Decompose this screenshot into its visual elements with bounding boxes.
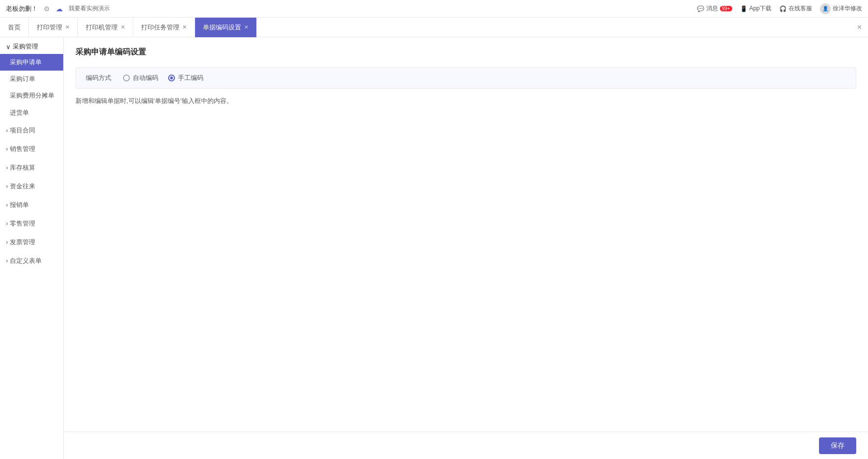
app-download-label: App下载 [749,4,771,13]
sidebar-group-inventory-label: 库存核算 [10,163,35,172]
cloud-icon: ☁ [56,5,63,13]
tab-bar: 首页 打印管理 ✕ 打印机管理 ✕ 打印任务管理 ✕ 单据编码设置 ✕ ✕ [0,18,868,37]
tab-single-code[interactable]: 单据编码设置 ✕ [195,18,257,37]
top-bar-left: 老板勿删！ ⚙ ☁ 我要看实例演示 [6,4,110,13]
sidebar-group-returns[interactable]: › 报销单 [0,196,63,214]
sidebar-group-custom-forms[interactable]: › 自定义表单 [0,252,63,270]
sidebar-group-project-contract-label: 项目合同 [10,126,35,135]
top-bar: 老板勿删！ ⚙ ☁ 我要看实例演示 💬 消息 99+ 📱 App下载 🎧 在线客… [0,0,868,18]
message-button[interactable]: 💬 消息 99+ [697,4,732,13]
sidebar-group-sales[interactable]: › 销售管理 [0,140,63,158]
encoding-label: 编码方式 [86,74,111,82]
demo-text: 我要看实例演示 [69,4,110,13]
app-download-button[interactable]: 📱 App下载 [740,4,771,13]
radio-auto[interactable]: 自动编码 [123,74,158,82]
radio-manual[interactable]: 手工编码 [168,74,203,82]
sidebar-item-purchase-request-label: 采购申请单 [10,58,42,66]
sidebar-group-retail-arrow: › [6,220,8,227]
sidebar-item-purchase-request[interactable]: 采购申请单 [0,54,63,71]
tab-home-label: 首页 [8,23,21,32]
sidebar-item-purchase-order-label: 采购订单 [10,75,35,82]
sidebar-item-stock-in[interactable]: 进货单 [0,104,63,121]
message-badge: 99+ [720,6,732,11]
sidebar-group-sales-arrow: › [6,145,8,153]
avatar: 👤 [820,3,831,14]
hint-text: 新增和编辑单据时,可以编辑'单据编号'输入框中的内容。 [75,97,856,105]
tab-home[interactable]: 首页 [0,18,29,37]
sidebar-group-invoice[interactable]: › 发票管理 [0,233,63,252]
sidebar-group-returns-label: 报销单 [10,201,29,209]
online-service-label: 在线客服 [789,4,812,13]
user-name: 徐泽华修改 [833,4,862,13]
tab-print-mgmt-label: 打印管理 [37,23,62,32]
sidebar-item-purchase-expense[interactable]: 采购费用分摊单 [0,87,63,104]
sidebar-group-invoice-label: 发票管理 [10,238,35,247]
radio-manual-circle [168,75,175,81]
tab-printer-mgmt-label: 打印机管理 [86,23,118,32]
sidebar-item-stock-in-label: 进货单 [10,109,29,116]
sidebar-item-purchase-order[interactable]: 采购订单 [0,71,63,87]
save-button[interactable]: 保存 [819,437,856,454]
sidebar-group-custom-forms-arrow: › [6,257,8,264]
app-title: 老板勿删！ [6,4,38,13]
online-service-button[interactable]: 🎧 在线客服 [779,4,812,13]
sidebar-group-sales-label: 销售管理 [10,145,35,153]
sidebar-group-invoice-arrow: › [6,238,8,246]
sidebar: ∨ 采购管理 采购申请单 采购订单 采购费用分摊单 进货单 › 项目合同 › 销… [0,37,64,459]
tab-print-task-label: 打印任务管理 [141,23,179,32]
content-inner: 采购申请单编码设置 编码方式 自动编码 手工编码 新增和编辑单据时,可以编辑'单… [64,37,868,432]
sidebar-group-custom-forms-label: 自定义表单 [10,256,42,265]
sidebar-group-project-contract-arrow: › [6,127,8,134]
settings-icon[interactable]: ⚙ [44,5,50,13]
user-menu[interactable]: 👤 徐泽华修改 [820,3,862,14]
page-title: 采购申请单编码设置 [75,47,856,57]
sidebar-group-retail-label: 零售管理 [10,219,35,228]
tab-print-mgmt[interactable]: 打印管理 ✕ [29,18,78,37]
tab-single-code-close[interactable]: ✕ [244,24,248,30]
content-area: 采购申请单编码设置 编码方式 自动编码 手工编码 新增和编辑单据时,可以编辑'单… [64,37,868,459]
radio-auto-circle [123,75,130,81]
message-icon: 💬 [697,5,704,12]
sidebar-group-purchase[interactable]: ∨ 采购管理 [0,37,63,54]
demo-link[interactable]: 我要看实例演示 [69,4,110,13]
encoding-section: 编码方式 自动编码 手工编码 [75,67,856,89]
app-icon: 📱 [740,5,747,12]
close-all-tabs[interactable]: ✕ [851,24,868,31]
footer-bar: 保存 [64,432,868,459]
tab-printer-mgmt[interactable]: 打印机管理 ✕ [78,18,133,37]
sidebar-group-inventory[interactable]: › 库存核算 [0,158,63,177]
radio-group: 自动编码 手工编码 [123,74,203,82]
sidebar-group-purchase-arrow: ∨ [6,43,11,51]
sidebar-group-project-contract[interactable]: › 项目合同 [0,121,63,140]
sidebar-group-inventory-arrow: › [6,164,8,171]
sidebar-group-retail[interactable]: › 零售管理 [0,214,63,233]
sidebar-group-capital[interactable]: › 资金往来 [0,177,63,196]
radio-manual-label: 手工编码 [178,74,203,82]
sidebar-group-capital-label: 资金往来 [10,182,35,191]
sidebar-group-returns-arrow: › [6,201,8,208]
tab-print-task-close[interactable]: ✕ [182,24,187,30]
main-layout: ∨ 采购管理 采购申请单 采购订单 采购费用分摊单 进货单 › 项目合同 › 销… [0,37,868,459]
message-label: 消息 [706,4,718,13]
tab-single-code-label: 单据编码设置 [203,23,241,32]
tab-printer-mgmt-close[interactable]: ✕ [121,24,125,30]
sidebar-item-purchase-expense-label: 采购费用分摊单 [10,92,54,99]
sidebar-group-purchase-label: 采购管理 [13,42,38,51]
tab-print-task[interactable]: 打印任务管理 ✕ [133,18,195,37]
radio-auto-label: 自动编码 [133,74,158,82]
sidebar-group-capital-arrow: › [6,182,8,190]
headset-icon: 🎧 [779,5,787,12]
tab-print-mgmt-close[interactable]: ✕ [65,24,70,30]
top-bar-right: 💬 消息 99+ 📱 App下载 🎧 在线客服 👤 徐泽华修改 [697,3,862,14]
